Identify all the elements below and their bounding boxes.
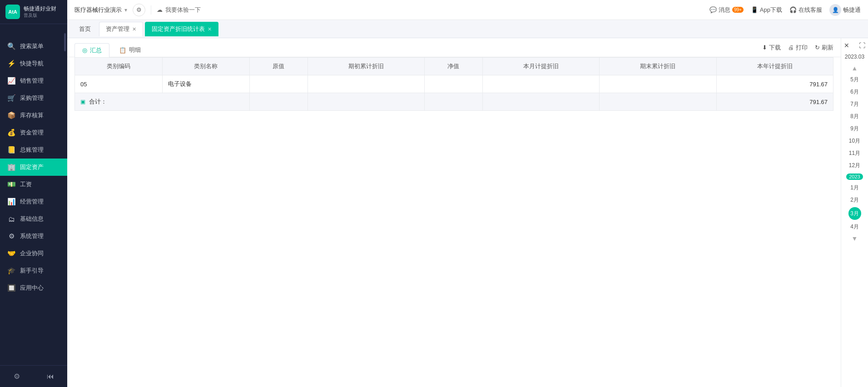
sidebar-item-label: 搜索菜单 xyxy=(20,42,44,50)
sidebar-item-label: 新手引导 xyxy=(20,267,44,275)
download-icon: ⬇ xyxy=(762,44,767,51)
funds-icon: 💰 xyxy=(7,129,15,137)
print-button[interactable]: 🖨 打印 xyxy=(788,44,808,52)
app-download-button[interactable]: 📱 App下载 xyxy=(751,6,782,14)
sidebar-item-label: 基础信息 xyxy=(20,215,44,223)
detail-label: 明细 xyxy=(129,46,141,54)
app-version: 普及版 xyxy=(24,12,56,19)
guide-icon: 🎓 xyxy=(7,267,15,275)
sidebar-item-label: 销售管理 xyxy=(20,77,44,85)
cell-net-value xyxy=(425,75,483,93)
sidebar-item-sales[interactable]: 📈 销售管理 xyxy=(0,72,67,89)
month-2[interactable]: 2月 xyxy=(841,194,868,206)
logo-icon: AtA xyxy=(5,5,20,19)
avatar: 👤 xyxy=(829,4,841,16)
settings-button[interactable]: ⚙ xyxy=(133,4,145,16)
company-selector[interactable]: 医疗器械行业演示 ▾ xyxy=(74,6,127,14)
refresh-button[interactable]: ↻ 刷新 xyxy=(815,44,833,52)
subtab-detail[interactable]: 📋 明细 xyxy=(111,43,149,57)
app-center-icon: 🔲 xyxy=(7,284,15,292)
summary-label: 汇总 xyxy=(90,46,102,55)
content-main: ◎ 汇总 📋 明细 ⬇ 下载 🖨 打印 xyxy=(67,38,841,387)
sidebar-item-payroll[interactable]: 💵 工资 xyxy=(0,176,67,193)
print-label: 打印 xyxy=(796,44,808,52)
month-6-prev[interactable]: 6月 xyxy=(841,86,868,98)
month-10-prev[interactable]: 10月 xyxy=(841,135,868,147)
sidebar: AtA 畅捷通好业财 普及版 🔍 搜索菜单 ⚡ 快捷导航 📈 销售管理 🛒 采购… xyxy=(0,0,67,387)
download-button[interactable]: ⬇ 下载 xyxy=(762,44,781,52)
col-annual-depreciation: 本年计提折旧 xyxy=(716,58,833,75)
sidebar-item-system[interactable]: ⚙ 系统管理 xyxy=(0,228,67,245)
month-12-prev[interactable]: 12月 xyxy=(841,159,868,172)
sidebar-item-quick-nav[interactable]: ⚡ 快捷导航 xyxy=(0,55,67,72)
customer-service-button[interactable]: 🎧 在线客服 xyxy=(789,6,822,14)
right-date-panel: ✕ ⛶ 2023.03 ▲ 5月 6月 7月 8月 9月 10月 11月 12月… xyxy=(841,38,868,387)
month-3-active[interactable]: 3月 xyxy=(848,207,861,220)
tab-home[interactable]: 首页 xyxy=(73,22,97,36)
company-name: 医疗器械行业演示 xyxy=(74,6,122,14)
month-11-prev[interactable]: 11月 xyxy=(841,147,868,159)
app-name: 畅捷通好业财 xyxy=(24,5,56,13)
enterprise-icon: 🤝 xyxy=(7,249,15,258)
sum-icon: ▣ xyxy=(80,99,85,105)
month-9-prev[interactable]: 9月 xyxy=(841,123,868,135)
purchase-icon: 🛒 xyxy=(7,94,15,102)
col-net-value: 净值 xyxy=(425,58,483,75)
sidebar-item-funds[interactable]: 💰 资金管理 xyxy=(0,124,67,141)
sum-ending-accum xyxy=(600,93,717,111)
panel-expand-button[interactable]: ⛶ xyxy=(859,42,865,49)
message-icon: 💬 xyxy=(709,6,717,13)
logo-text-group: 畅捷通好业财 普及版 xyxy=(24,5,56,19)
download-label: 下载 xyxy=(769,44,781,52)
refresh-label: 刷新 xyxy=(822,44,833,52)
month-8-prev[interactable]: 8月 xyxy=(841,110,868,123)
period-label: 2023.03 xyxy=(841,52,868,63)
fixed-asset-report-close-icon[interactable]: ✕ xyxy=(208,26,212,32)
collapse-sidebar-icon[interactable]: ⏮ xyxy=(44,370,57,383)
tab-asset-management[interactable]: 资产管理 ✕ xyxy=(99,22,143,36)
month-7-prev[interactable]: 7月 xyxy=(841,98,868,110)
nav-up-arrow[interactable]: ▲ xyxy=(852,64,858,72)
sidebar-item-enterprise[interactable]: 🤝 企业协同 xyxy=(0,245,67,262)
user-profile[interactable]: 👤 畅捷通 xyxy=(829,4,861,16)
sidebar-item-purchase[interactable]: 🛒 采购管理 xyxy=(0,89,67,107)
settings-bottom-icon[interactable]: ⚙ xyxy=(11,369,23,383)
sidebar-item-ledger[interactable]: 📒 总账管理 xyxy=(0,141,67,159)
cell-annual-depreciation: 791.67 xyxy=(716,75,833,93)
sum-row: ▣ 合计： 791.67 xyxy=(75,93,833,111)
sidebar-item-app-center[interactable]: 🔲 应用中心 xyxy=(0,279,67,297)
month-4[interactable]: 4月 xyxy=(841,221,868,233)
col-monthly-depreciation: 本月计提折旧 xyxy=(482,58,600,75)
table-row[interactable]: 05 电子设备 791.67 xyxy=(75,75,833,93)
asset-mgmt-close-icon[interactable]: ✕ xyxy=(132,26,136,32)
sidebar-item-inventory[interactable]: 📦 库存核算 xyxy=(0,107,67,124)
sidebar-item-guide[interactable]: 🎓 新手引导 xyxy=(0,262,67,279)
search-icon: 🔍 xyxy=(7,42,15,50)
sidebar-item-operations[interactable]: 📊 经营管理 xyxy=(0,193,67,210)
sidebar-item-basic-info[interactable]: 🗂 基础信息 xyxy=(0,210,67,228)
sidebar-item-label: 固定资产 xyxy=(20,163,44,171)
table-header-row: 类别编码 类别名称 原值 期初累计折旧 净值 本月计提折旧 期末累计折旧 本年计… xyxy=(75,58,833,75)
app-download-label: App下载 xyxy=(760,6,782,14)
topbar: 医疗器械行业演示 ▾ ⚙ ☁ 我要体验一下 💬 消息 99+ 📱 App下载 🎧… xyxy=(67,0,868,20)
sidebar-item-fixed-assets[interactable]: 🏢 固定资产 xyxy=(0,159,67,176)
tab-fixed-asset-report[interactable]: 固定资产折旧统计表 ✕ xyxy=(145,22,218,36)
sidebar-item-search[interactable]: 🔍 搜索菜单 xyxy=(0,38,67,55)
col-ending-accum: 期末累计折旧 xyxy=(600,58,717,75)
month-5-prev[interactable]: 5月 xyxy=(841,74,868,86)
cell-beginning-accum xyxy=(308,75,425,93)
col-beginning-accum: 期初累计折旧 xyxy=(308,58,425,75)
experience-button[interactable]: ☁ 我要体验一下 xyxy=(157,6,201,14)
cell-original-value xyxy=(250,75,308,93)
message-button[interactable]: 💬 消息 99+ xyxy=(709,6,744,14)
summary-icon: ◎ xyxy=(82,47,87,54)
panel-close-button[interactable]: ✕ xyxy=(844,42,849,49)
operations-icon: 📊 xyxy=(7,198,15,206)
month-1[interactable]: 1月 xyxy=(841,182,868,194)
asset-mgmt-label: 资产管理 xyxy=(106,25,129,33)
nav-down-arrow[interactable]: ▼ xyxy=(852,235,858,242)
sidebar-nav: 🔍 搜索菜单 ⚡ 快捷导航 📈 销售管理 🛒 采购管理 📦 库存核算 💰 资金管… xyxy=(0,38,67,365)
print-icon: 🖨 xyxy=(788,44,794,51)
subtab-summary[interactable]: ◎ 汇总 xyxy=(74,43,109,57)
content-area: ◎ 汇总 📋 明细 ⬇ 下载 🖨 打印 xyxy=(67,38,868,387)
